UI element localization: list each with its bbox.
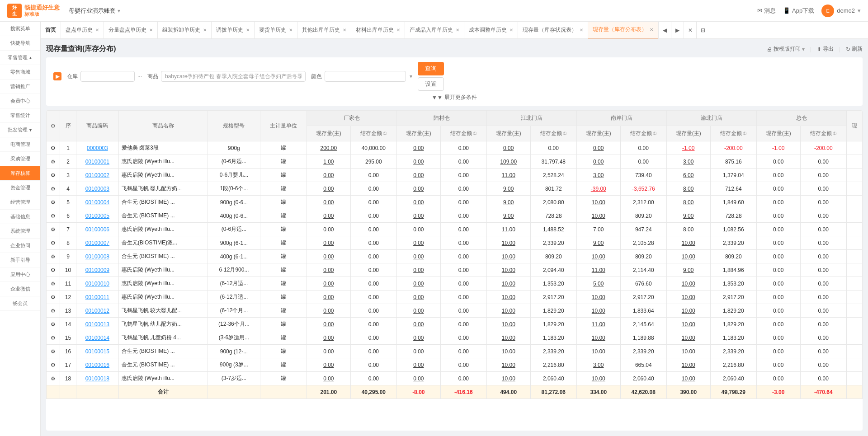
row-gear[interactable]: ⚙ bbox=[47, 263, 60, 277]
row-wh3-amt: 809.20 bbox=[620, 250, 666, 263]
sidebar-item-wecom[interactable]: 企业微信 bbox=[0, 282, 40, 296]
sidebar-item-nav[interactable]: 快捷导航 bbox=[0, 36, 40, 51]
color-input[interactable] bbox=[325, 71, 406, 82]
user-menu[interactable]: E demo2 ▾ bbox=[821, 5, 861, 17]
tab-assemble-history[interactable]: 组装拆卸单历史 ✕ bbox=[158, 22, 212, 39]
right-btns: 查询 设置 bbox=[418, 62, 444, 91]
row-wh4-qty: 10.00 bbox=[666, 277, 710, 291]
export-btn[interactable]: ⬆ 导出 bbox=[817, 45, 834, 53]
sidebar-item-retail-mgr[interactable]: 零售管理 ▲ bbox=[0, 51, 40, 65]
print-btn[interactable]: 🖨 按模版打印 ▾ bbox=[767, 45, 805, 53]
row-gear[interactable]: ⚙ bbox=[47, 141, 60, 155]
row-gear[interactable]: ⚙ bbox=[47, 182, 60, 196]
tab-close-btn[interactable]: ✕ bbox=[684, 22, 696, 39]
warehouse-dots-btn[interactable]: ··· bbox=[137, 73, 142, 80]
tab-next-btn[interactable]: ▶ bbox=[671, 22, 684, 39]
row-gear[interactable]: ⚙ bbox=[47, 169, 60, 182]
row-wh3-qty: 10.00 bbox=[576, 196, 620, 209]
row-wh0-amt: 0.00 bbox=[351, 304, 397, 318]
close-icon[interactable]: ✕ bbox=[149, 28, 153, 33]
sidebar-item-retail-stats[interactable]: 零售统计 bbox=[0, 108, 40, 123]
row-gear[interactable]: ⚙ bbox=[47, 277, 60, 291]
tab-inventory-status[interactable]: 现存量（库存状况表） ✕ bbox=[518, 22, 588, 39]
sidebar-item-ops[interactable]: 经营管理 bbox=[0, 195, 40, 210]
row-unit: 罐 bbox=[260, 345, 307, 358]
close-icon[interactable]: ✕ bbox=[509, 28, 513, 33]
sidebar-item-basic[interactable]: 基础信息 bbox=[0, 210, 40, 224]
close-icon[interactable]: ✕ bbox=[456, 28, 459, 33]
row-gear[interactable]: ⚙ bbox=[47, 331, 60, 345]
close-icon[interactable]: ✕ bbox=[650, 27, 653, 32]
close-icon[interactable]: ✕ bbox=[580, 28, 583, 33]
tab-product-in-history[interactable]: 产成品入库单历史 ✕ bbox=[405, 22, 464, 39]
row-gear[interactable]: ⚙ bbox=[47, 318, 60, 331]
sidebar-item-inventory[interactable]: 库存核算 bbox=[0, 166, 40, 181]
tab-order-history[interactable]: 要货单历史 ✕ bbox=[255, 22, 297, 39]
expand-icon[interactable]: ▶ bbox=[53, 72, 61, 80]
row-gear[interactable]: ⚙ bbox=[47, 304, 60, 318]
footer-wh4-amt: 49,798.29 bbox=[710, 385, 756, 399]
query-button[interactable]: 查询 bbox=[418, 62, 444, 75]
row-gear[interactable]: ⚙ bbox=[47, 372, 60, 385]
sidebar-item-enterprise[interactable]: 企业协同 bbox=[0, 239, 40, 253]
row-name: 合生元(BIOSTIME)派... bbox=[118, 236, 208, 250]
warehouse-input[interactable] bbox=[80, 71, 135, 82]
tab-material-out-history[interactable]: 材料出库单历史 ✕ bbox=[351, 22, 405, 39]
sidebar-item-purchase[interactable]: 采购管理 bbox=[0, 152, 40, 166]
row-wh2-amt: 31,797.48 bbox=[530, 155, 576, 169]
app-download-btn[interactable]: 📱 App下载 bbox=[783, 7, 814, 15]
sidebar-item-ecom[interactable]: 电商管理 bbox=[0, 137, 40, 152]
color-dropdown-icon[interactable]: ▾ bbox=[410, 73, 412, 80]
table-row: ⚙600100005合生元 (BIOSTIME) ...400g (0-6...… bbox=[47, 209, 863, 223]
row-gear[interactable]: ⚙ bbox=[47, 155, 60, 169]
row-wh4-qty: 10.00 bbox=[666, 372, 710, 385]
settings-button[interactable]: 设置 bbox=[418, 77, 444, 91]
row-gear[interactable]: ⚙ bbox=[47, 345, 60, 358]
sidebar-item-marketing[interactable]: 营销推广 bbox=[0, 80, 40, 94]
refresh-btn[interactable]: ↻ 刷新 bbox=[846, 45, 863, 53]
tab-other-out-history[interactable]: 其他出库单历史 ✕ bbox=[297, 22, 351, 39]
sidebar-item-search[interactable]: 搜索英单 bbox=[0, 22, 40, 36]
close-icon[interactable]: ✕ bbox=[95, 28, 99, 33]
tab-sub-stocktake-history[interactable]: 分量盘点单历史 ✕ bbox=[104, 22, 158, 39]
row-gear[interactable]: ⚙ bbox=[47, 358, 60, 372]
close-icon[interactable]: ✕ bbox=[203, 28, 207, 33]
row-current bbox=[846, 209, 862, 223]
sidebar-item-guide[interactable]: 新手引导 bbox=[0, 253, 40, 267]
tab-prev-btn[interactable]: ◀ bbox=[658, 22, 671, 39]
row-gear[interactable]: ⚙ bbox=[47, 291, 60, 304]
th-gear[interactable]: ⚙ bbox=[47, 111, 60, 141]
sidebar-item-vip[interactable]: 畅会员 bbox=[0, 296, 40, 311]
tab-stocktake-history[interactable]: 盘点单历史 ✕ bbox=[61, 22, 104, 39]
account-dropdown[interactable]: 母婴行业演示账套 ▾ bbox=[69, 7, 120, 15]
close-icon[interactable]: ✕ bbox=[343, 28, 346, 33]
row-gear[interactable]: ⚙ bbox=[47, 236, 60, 250]
sidebar-item-wholesale[interactable]: 批发管理 ▼ bbox=[0, 123, 40, 137]
tab-expand-btn[interactable]: ⊡ bbox=[696, 22, 709, 39]
close-icon[interactable]: ✕ bbox=[289, 28, 292, 33]
sidebar-item-system[interactable]: 系统管理 bbox=[0, 224, 40, 239]
tab-cost-adjust-history[interactable]: 成本调整单历史 ✕ bbox=[464, 22, 518, 39]
product-input[interactable] bbox=[161, 71, 306, 82]
row-gear[interactable]: ⚙ bbox=[47, 250, 60, 263]
row-wh0-qty: 200.00 bbox=[307, 141, 350, 155]
sidebar-item-member[interactable]: 会员中心 bbox=[0, 94, 40, 108]
row-gear[interactable]: ⚙ bbox=[47, 223, 60, 236]
row-wh4-amt: 2,216.80 bbox=[710, 358, 756, 372]
close-icon[interactable]: ✕ bbox=[396, 28, 400, 33]
tab-transfer-history[interactable]: 调拨单历史 ✕ bbox=[212, 22, 255, 39]
tab-inventory-distribution[interactable]: 现存量（库存分布表） ✕ bbox=[588, 22, 658, 39]
message-btn[interactable]: ✉ 消息 bbox=[757, 7, 776, 15]
row-code: 00100016 bbox=[76, 358, 119, 372]
tab-home[interactable]: 首页 bbox=[41, 22, 61, 39]
row-gear[interactable]: ⚙ bbox=[47, 196, 60, 209]
row-gear[interactable]: ⚙ bbox=[47, 209, 60, 223]
th-lucun-qty: 现存量(主) bbox=[396, 126, 440, 141]
row-wh0-qty: 0.00 bbox=[307, 209, 350, 223]
close-icon[interactable]: ✕ bbox=[246, 28, 250, 33]
sidebar-item-appcenter[interactable]: 应用中心 bbox=[0, 267, 40, 282]
sidebar-item-retail-shop[interactable]: 零售商城 bbox=[0, 65, 40, 80]
expand-conditions-btn[interactable]: ▼▼ 展开更多条件 bbox=[432, 94, 477, 101]
sidebar-item-finance[interactable]: 资金管理 bbox=[0, 181, 40, 195]
table-row: ⚙1700100016合生元 (BIOSTIME) ...900g (3岁...… bbox=[47, 358, 863, 372]
